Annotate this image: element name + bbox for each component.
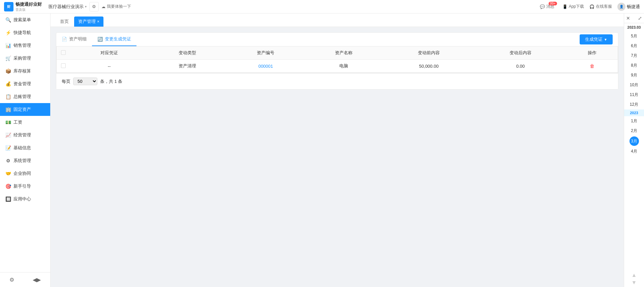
sub-tab-asset-detail[interactable]: 📄 资产明细	[56, 33, 92, 46]
sidebar-item-inventory[interactable]: 📦 库存核算	[0, 65, 50, 77]
row-operation-cell: 🗑	[566, 60, 618, 73]
chevron-down-icon: ▾	[85, 5, 87, 8]
headset-icon: 🎧	[589, 4, 594, 9]
month-item-4[interactable]: 4月	[624, 147, 644, 156]
handshake-icon: 🤝	[5, 171, 11, 176]
app-name: 畅捷通好业财	[16, 1, 42, 7]
generate-voucher-button[interactable]: 生成凭证 ▼	[580, 34, 613, 44]
per-page-select[interactable]: 10 20 50 100	[73, 77, 97, 85]
sidebar-item-fixed-assets[interactable]: 🏢 固定资产	[0, 103, 50, 116]
month-item-3-active[interactable]: 3月	[630, 136, 639, 146]
tab-asset-management[interactable]: 资产管理 ×	[74, 17, 103, 27]
month-item-5[interactable]: 5月	[624, 31, 644, 41]
row-asset-name: 电脑	[305, 60, 383, 73]
right-panel-header: ✕ ⤢	[624, 13, 644, 23]
salary-icon: 💵	[5, 120, 11, 125]
per-page-label: 每页	[62, 78, 70, 85]
sidebar-item-label: 经营管理	[13, 132, 31, 138]
sidebar: 🔍 搜索菜单 ⚡ 快捷导航 📊 销售管理 🛒 采购管理 📦 库存核算 💰	[0, 13, 51, 287]
month-item-1[interactable]: 1月	[624, 116, 644, 126]
gear-icon: ⚙	[5, 158, 11, 163]
month-item-11[interactable]: 11月	[624, 90, 644, 100]
close-panel-icon[interactable]: ✕	[625, 15, 631, 22]
building-icon: 🏢	[5, 107, 11, 112]
refresh-icon: 🔄	[97, 37, 103, 42]
company-selector[interactable]: 医疗器械行业演示 ▾	[49, 4, 87, 10]
ledger-icon: 📋	[5, 94, 11, 99]
th-voucher: 对应凭证	[70, 46, 148, 60]
month-item-2[interactable]: 2月	[624, 126, 644, 136]
sidebar-item-search[interactable]: 🔍 搜索菜单	[0, 13, 50, 26]
trend-icon: 📈	[5, 132, 11, 138]
app-version: 普及版	[16, 7, 42, 12]
sidebar-item-quicknav[interactable]: ⚡ 快捷导航	[0, 26, 50, 39]
sidebar-item-operations[interactable]: 📈 经营管理	[0, 129, 50, 141]
settings-bottom-icon[interactable]: ⚙	[7, 275, 17, 284]
month-item-10[interactable]: 10月	[624, 80, 644, 90]
sidebar-item-label: 搜索菜单	[13, 17, 31, 23]
chart-icon: 📊	[5, 43, 11, 48]
sidebar-item-label: 企业协同	[13, 170, 31, 177]
table-wrapper: 对应凭证 变动类型 资产编号 资产名称 变动前内容 变动后内容 操作	[56, 46, 618, 73]
month-item-12[interactable]: 12月	[624, 100, 644, 109]
sidebar-item-basic-info[interactable]: 📝 基础信息	[0, 141, 50, 154]
tab-close-icon[interactable]: ×	[97, 19, 99, 24]
logo-area: 财 畅捷通好业财 普及版	[4, 1, 42, 12]
avatar: 👤	[617, 3, 625, 11]
sidebar-scroll: 🔍 搜索菜单 ⚡ 快捷导航 📊 销售管理 🛒 采购管理 📦 库存核算 💰	[0, 13, 50, 272]
month-list: 5月 6月 7月 8月 9月 10月 11月 12月 2023	[624, 31, 644, 271]
money-icon: 💰	[5, 81, 11, 87]
sidebar-item-label: 系统管理	[13, 158, 31, 164]
search-icon: 🔍	[5, 17, 11, 23]
customer-service-button[interactable]: 🎧 在线客服	[589, 4, 612, 9]
sidebar-item-salary[interactable]: 💵 工资	[0, 116, 50, 129]
delete-button[interactable]: 🗑	[590, 63, 594, 69]
username-label: 畅捷通	[627, 4, 640, 10]
expand-panel-icon[interactable]: ⤢	[637, 15, 643, 22]
experience-button[interactable]: ☁ 我要体验一下	[101, 4, 131, 9]
apps-icon: 🔲	[5, 196, 11, 202]
table-header-row: 对应凭证 变动类型 资产编号 资产名称 变动前内容 变动后内容 操作	[57, 46, 618, 60]
doc-icon: 📄	[62, 37, 67, 42]
row-change-type: 资产清理	[148, 60, 226, 73]
sidebar-item-enterprise[interactable]: 🤝 企业协同	[0, 167, 50, 180]
app-logo: 财 畅捷通好业财 普及版	[4, 1, 42, 12]
app-download-button[interactable]: 📱 App下载	[562, 4, 584, 9]
sidebar-item-label: 快捷导航	[13, 30, 31, 36]
sidebar-item-label: 库存核算	[13, 68, 31, 74]
scroll-down-icon[interactable]: ▼	[632, 280, 637, 286]
th-asset-code: 资产编号	[226, 46, 305, 60]
select-all-checkbox[interactable]	[61, 50, 66, 55]
logo-icon: 财	[4, 2, 13, 11]
sidebar-item-apps[interactable]: 🔲 应用中心	[0, 193, 50, 205]
data-table: 对应凭证 变动类型 资产编号 资产名称 变动前内容 变动后内容 操作	[57, 46, 618, 73]
tab-bar: 首页 资产管理 ×	[51, 13, 624, 27]
sidebar-item-ledger[interactable]: 📋 总账管理	[0, 90, 50, 103]
collapse-icon[interactable]: ◀▶	[30, 275, 43, 284]
month-item-8[interactable]: 8月	[624, 61, 644, 70]
tab-home[interactable]: 首页	[56, 17, 73, 27]
month-item-9[interactable]: 9月	[624, 70, 644, 80]
sidebar-item-label: 采购管理	[13, 55, 31, 61]
settings-button[interactable]: ⚙	[89, 2, 99, 11]
box-icon: 📦	[5, 68, 11, 74]
user-info[interactable]: 👤 畅捷通	[617, 3, 640, 11]
month-item-6[interactable]: 6月	[624, 41, 644, 51]
sidebar-item-funds[interactable]: 💰 资金管理	[0, 77, 50, 90]
lightning-icon: ⚡	[5, 30, 11, 35]
th-before-change: 变动前内容	[383, 46, 475, 60]
sidebar-item-label: 新手引导	[13, 183, 31, 189]
main-layout: 🔍 搜索菜单 ⚡ 快捷导航 📊 销售管理 🛒 采购管理 📦 库存核算 💰	[0, 13, 644, 287]
sidebar-item-sales[interactable]: 📊 销售管理	[0, 39, 50, 52]
guide-icon: 🎯	[5, 184, 11, 189]
sub-tab-change-voucher[interactable]: 🔄 变更生成凭证	[92, 33, 136, 46]
pagination: 每页 10 20 50 100 条，共 1 条	[56, 73, 618, 89]
sidebar-item-system[interactable]: ⚙ 系统管理	[0, 154, 50, 167]
scroll-up-icon[interactable]: ▲	[632, 272, 637, 278]
message-button[interactable]: 💬 消息 99+	[540, 4, 554, 9]
sidebar-item-purchase[interactable]: 🛒 采购管理	[0, 52, 50, 65]
month-item-7[interactable]: 7月	[624, 51, 644, 61]
row-checkbox[interactable]	[61, 63, 66, 68]
company-name: 医疗器械行业演示	[49, 4, 84, 10]
sidebar-item-guide[interactable]: 🎯 新手引导	[0, 180, 50, 193]
